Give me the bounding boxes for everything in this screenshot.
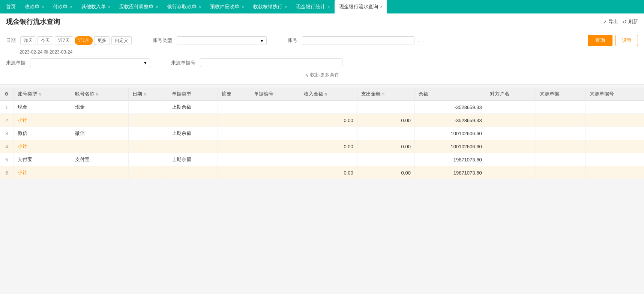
settings-button[interactable]: 设置 xyxy=(615,35,638,46)
th-date[interactable]: 日期 ⇅ xyxy=(128,88,168,101)
source-doc-no-input[interactable] xyxy=(203,60,339,66)
source-doc-no-filter-group: 来源单据号 xyxy=(171,58,342,67)
table-container: ⚙ 账号类型 ⇅ 账号名称 ⇅ 日期 ⇅ xyxy=(0,88,644,179)
refresh-button[interactable]: ↺ 刷新 xyxy=(623,18,638,25)
cell-counterpart xyxy=(486,153,536,166)
close-icon[interactable]: × xyxy=(285,4,287,9)
cell-counterpart xyxy=(486,166,536,179)
cell-source-doc xyxy=(536,127,585,140)
account-input[interactable] xyxy=(305,38,411,43)
cell-expense xyxy=(357,127,414,140)
close-icon[interactable]: × xyxy=(380,4,383,9)
account-type-label: 账号类型 xyxy=(153,37,172,44)
filter-area: 日期 昨天 今天 近7天 近1月 更多 自定义 账号类型 ▾ 账号 .. xyxy=(0,30,644,85)
nav-payment[interactable]: 付款单 × xyxy=(48,0,77,13)
cell-doc-type: 上期余额 xyxy=(168,101,218,114)
cell-income: 0.00 xyxy=(300,140,357,153)
table-row[interactable]: 3 微信 微信 上期余额 100102606.60 xyxy=(0,127,644,140)
cell-account-name xyxy=(71,166,128,179)
date-more[interactable]: 更多 xyxy=(94,36,110,45)
nav-other-income[interactable]: 其他收入单 × xyxy=(77,0,115,13)
th-balance: 余额 xyxy=(414,88,486,101)
cell-source-doc-no xyxy=(585,166,644,179)
collapse-bar[interactable]: ∧ 收起更多条件 xyxy=(6,70,638,80)
close-icon[interactable]: × xyxy=(70,4,72,9)
cell-account-name: 微信 xyxy=(71,127,128,140)
close-icon[interactable]: × xyxy=(156,4,158,9)
th-account-type[interactable]: 账号类型 ⇅ xyxy=(14,88,71,101)
cell-account-type: 小计 xyxy=(14,140,71,153)
table-row[interactable]: 2 小计 0.00 0.00 -3528659.33 xyxy=(0,114,644,127)
account-type-select[interactable]: ▾ xyxy=(177,36,267,45)
account-type-filter-group: 账号类型 ▾ xyxy=(153,36,267,45)
date-7days[interactable]: 近7天 xyxy=(55,36,73,45)
table-row[interactable]: 1 现金 现金 上期余额 -3528659.33 xyxy=(0,101,644,114)
nav-verify[interactable]: 收款核销执行 × xyxy=(249,0,291,13)
close-icon[interactable]: × xyxy=(242,4,244,9)
th-settings[interactable]: ⚙ xyxy=(0,88,14,101)
account-more-dots[interactable]: ... xyxy=(417,37,425,44)
cell-income xyxy=(300,101,357,114)
cell-balance: 19871073.60 xyxy=(414,153,486,166)
account-label: 账号 xyxy=(288,37,297,44)
cell-expense: 0.00 xyxy=(357,114,414,127)
cell-source-doc-no xyxy=(585,153,644,166)
filter-row-2: 来源单据 ▾ 来源单据号 xyxy=(6,58,638,67)
cell-doc-no xyxy=(250,114,300,127)
query-button[interactable]: 查询 xyxy=(588,35,612,46)
date-custom[interactable]: 自定义 xyxy=(111,36,132,45)
cell-doc-no xyxy=(250,127,300,140)
close-icon[interactable]: × xyxy=(199,4,201,9)
cell-date xyxy=(128,140,168,153)
th-doc-type[interactable]: 单据类型 xyxy=(168,88,218,101)
cell-source-doc-no xyxy=(585,127,644,140)
cell-summary xyxy=(218,140,250,153)
cell-account-type: 支付宝 xyxy=(14,153,71,166)
cell-counterpart xyxy=(486,114,536,127)
table-row[interactable]: 4 小计 0.00 0.00 100102606.60 xyxy=(0,140,644,153)
table-row[interactable]: 5 支付宝 支付宝 上期余额 19871073.60 xyxy=(0,153,644,166)
th-summary[interactable]: 摘要 xyxy=(218,88,250,101)
cell-num: 4 xyxy=(0,140,14,153)
table-row[interactable]: 6 小计 0.00 0.00 19871073.60 xyxy=(0,166,644,179)
cell-date xyxy=(128,114,168,127)
cell-source-doc xyxy=(536,140,585,153)
cell-doc-type xyxy=(168,166,218,179)
nav-bank-deposit[interactable]: 银行存取款单 × xyxy=(163,0,206,13)
nav-stats[interactable]: 现金银行统计 × xyxy=(291,0,334,13)
chevron-down-icon: ▾ xyxy=(144,60,147,66)
sort-icon: ⇅ xyxy=(96,92,99,96)
table-header-row: ⚙ 账号类型 ⇅ 账号名称 ⇅ 日期 ⇅ xyxy=(0,88,644,101)
date-yesterday[interactable]: 昨天 xyxy=(20,36,36,45)
nav-receipt[interactable]: 收款单 × xyxy=(20,0,48,13)
th-doc-no[interactable]: 单据编号 xyxy=(250,88,300,101)
cell-income xyxy=(300,127,357,140)
th-source-doc-no: 来源单据号 xyxy=(585,88,644,101)
cell-balance: -3528659.33 xyxy=(414,114,486,127)
source-doc-select[interactable]: ▾ xyxy=(30,58,150,67)
date-label: 日期 xyxy=(6,37,16,44)
nav-home[interactable]: 首页 xyxy=(2,0,20,13)
cell-summary xyxy=(218,101,250,114)
nav-prepay[interactable]: 预收冲应收单 × xyxy=(206,0,248,13)
th-expense[interactable]: 支出金额 ⇅ xyxy=(357,88,414,101)
cell-balance: 19871073.60 xyxy=(414,166,486,179)
cell-account-name xyxy=(71,140,128,153)
nav-adjustment[interactable]: 应收应付调整单 × xyxy=(115,0,162,13)
date-1month[interactable]: 近1月 xyxy=(75,36,93,45)
th-income[interactable]: 收入金额 ⇅ xyxy=(300,88,357,101)
cell-source-doc xyxy=(536,101,585,114)
cell-doc-type xyxy=(168,140,218,153)
cell-account-type: 微信 xyxy=(14,127,71,140)
cell-account-type: 小计 xyxy=(14,166,71,179)
export-button[interactable]: ↗ 导出 xyxy=(603,18,618,25)
nav-flow-query[interactable]: 现金银行流水查询 × xyxy=(335,0,387,13)
sort-icon: ⇅ xyxy=(38,92,41,96)
th-account-name[interactable]: 账号名称 ⇅ xyxy=(71,88,128,101)
close-icon[interactable]: × xyxy=(327,4,330,9)
date-today[interactable]: 今天 xyxy=(38,36,53,45)
refresh-icon: ↺ xyxy=(623,19,627,25)
date-range-display: 2023-02-24 至 2023-03-24 xyxy=(20,49,72,55)
close-icon[interactable]: × xyxy=(42,4,44,9)
close-icon[interactable]: × xyxy=(108,4,110,9)
